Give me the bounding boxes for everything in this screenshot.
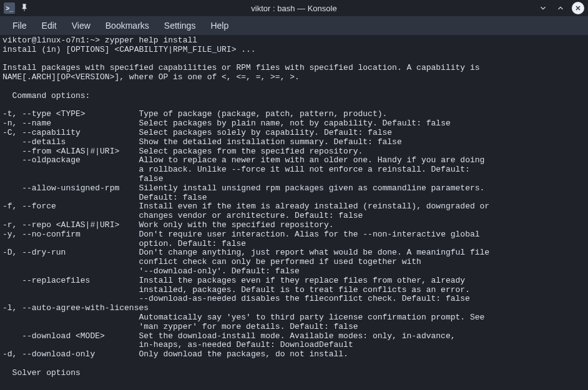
opt-desc: Only download the packages, do not insta… — [139, 349, 348, 359]
opt-desc: Don't require user interaction. Alias fo… — [139, 230, 479, 239]
window-controls — [537, 2, 588, 14]
menu-file[interactable]: File — [12, 21, 27, 31]
desc-line: NAME[.ARCH][OP<VERSION>], where OP is on… — [2, 72, 300, 82]
opt-desc: --download-as-needed disables the fileco… — [139, 294, 470, 303]
section-header: Command options: — [2, 91, 90, 100]
opt-flag: -C, --capability — [2, 128, 81, 137]
opt-desc: Select packages solely by capability. De… — [139, 128, 392, 137]
opt-desc: Install even if the item is already inst… — [139, 202, 489, 211]
opt-desc: installed, packages. Default is to treat… — [139, 285, 470, 295]
opt-desc: Don't change anything, just report what … — [139, 248, 489, 257]
opt-desc: Allow to replace a newer item with an ol… — [139, 155, 484, 165]
opt-desc: conflict check can only be performed if … — [139, 257, 421, 266]
opt-flag: -l, --auto-agree-with-licenses — [2, 303, 149, 313]
opt-desc: option. Default: false — [139, 239, 246, 248]
opt-desc: a rollback. Unlike --force it will not e… — [139, 165, 470, 174]
command: zypper help install — [105, 36, 197, 45]
menubar: File Edit View Bookmarks Settings Help — [0, 16, 588, 35]
opt-flag: --from <ALIAS|#|URI> — [2, 147, 119, 156]
opt-desc: false — [139, 174, 163, 183]
opt-flag: -n, --name — [2, 119, 51, 128]
opt-desc: Select packages by plain name, not by ca… — [139, 119, 450, 128]
opt-flag: --details — [2, 137, 66, 147]
opt-desc: changes vendor or architecture. Default:… — [139, 211, 363, 220]
titlebar: >_ viktor : bash — Konsole — [0, 0, 588, 16]
opt-desc: Type of package (package, patch, pattern… — [139, 109, 387, 119]
opt-flag: --oldpackage — [2, 155, 81, 165]
opt-flag: --allow-unsigned-rpm — [2, 183, 119, 193]
opt-desc: Select packages from the specified repos… — [139, 147, 363, 156]
maximize-button[interactable] — [554, 2, 567, 14]
opt-flag: --replacefiles — [2, 276, 90, 285]
prompt: viktor@linux-o7n1:~> — [2, 36, 100, 45]
opt-flag: -r, --repo <ALIAS|#|URI> — [2, 220, 119, 230]
opt-flag: --download <MODE> — [2, 331, 105, 341]
usage-line: install (in) [OPTIONS] <CAPABILITY|RPM_F… — [2, 45, 256, 54]
opt-desc: Silently install unsigned rpm packages g… — [139, 183, 484, 193]
desc-line: Install packages with specified capabili… — [2, 63, 480, 72]
opt-desc: Install the packages even if they replac… — [139, 276, 465, 285]
menu-settings[interactable]: Settings — [164, 21, 196, 31]
opt-flag: -d, --download-only — [2, 349, 95, 359]
opt-flag: -D, --dry-run — [2, 248, 66, 257]
opt-flag: -y, --no-confirm — [2, 230, 81, 239]
opt-desc: Work only with the specified repository. — [139, 220, 333, 230]
titlebar-left-icons: >_ — [0, 2, 29, 14]
konsole-window: >_ viktor : bash — Konsole File Edit Vie… — [0, 0, 588, 390]
opt-desc: Set the download-install mode. Available… — [139, 331, 455, 341]
menu-edit[interactable]: Edit — [42, 21, 57, 31]
menu-bookmarks[interactable]: Bookmarks — [105, 21, 149, 31]
app-icon: >_ — [4, 2, 15, 14]
minimize-button[interactable] — [537, 2, 549, 14]
opt-desc: Automatically say 'yes' to third party l… — [139, 313, 484, 322]
menu-help[interactable]: Help — [210, 21, 228, 31]
close-button[interactable] — [572, 2, 584, 14]
window-title: viktor : bash — Konsole — [251, 4, 336, 13]
opt-flag: -t, --type <TYPE> — [2, 109, 86, 119]
opt-desc: 'man zypper' for more details. Default: … — [139, 322, 358, 331]
opt-desc: '--download-only'. Default: false — [139, 266, 299, 276]
menu-view[interactable]: View — [72, 21, 91, 31]
opt-desc: in-heaps, as-needed Default: DownloadDef… — [139, 340, 353, 349]
section-header: Solver options — [2, 368, 81, 378]
opt-flag: -f, --force — [2, 202, 56, 211]
terminal-output[interactable]: viktor@linux-o7n1:~> zypper help install… — [0, 35, 588, 390]
opt-desc: Default: false — [139, 193, 207, 202]
pin-icon[interactable] — [20, 3, 29, 14]
opt-desc: Show the detailed installation summary. … — [139, 137, 401, 147]
